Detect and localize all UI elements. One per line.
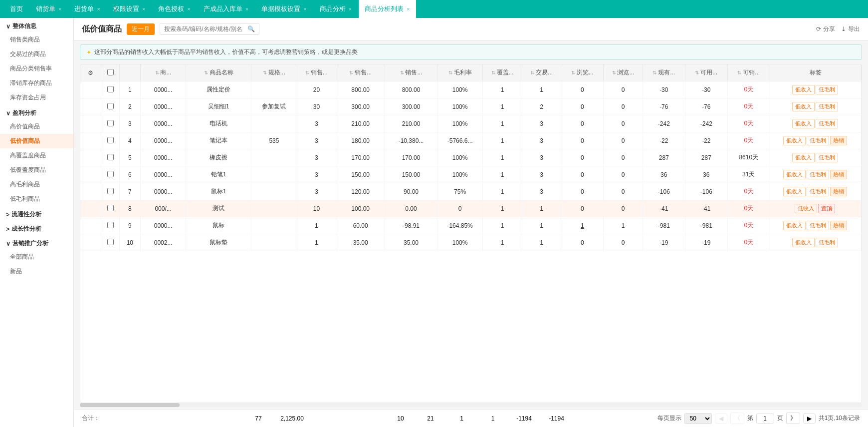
nav-sales-close[interactable]: ×	[58, 6, 61, 12]
nav-purchase[interactable]: 进货单 ×	[68, 0, 106, 18]
export-button[interactable]: ⤓ 导出	[841, 25, 860, 33]
nav-role[interactable]: 角色授权 ×	[152, 0, 196, 18]
nav-goods-list-close[interactable]: ×	[407, 6, 410, 12]
th-sales3[interactable]: 销售...	[385, 64, 437, 81]
sidebar-item-high-coverage[interactable]: 高覆盖度商品	[0, 148, 73, 163]
browse-link[interactable]: 0	[581, 171, 584, 178]
th-trade[interactable]: 交易...	[522, 64, 561, 81]
sidebar-group-profit[interactable]: ∨ 盈利分析	[0, 105, 73, 119]
browse-link[interactable]: 0	[581, 239, 584, 246]
browse-link[interactable]: 0	[581, 103, 584, 110]
row-checkbox[interactable]	[107, 137, 114, 143]
sidebar-item-low-coverage[interactable]: 低覆盖度商品	[0, 163, 73, 177]
browse-link[interactable]: 0	[581, 205, 584, 212]
browse-link[interactable]: 1	[581, 222, 584, 229]
last-page-btn[interactable]: ▶	[803, 414, 816, 424]
sidebar-item-sales-goods[interactable]: 销售类商品	[0, 32, 73, 47]
share-button[interactable]: ⟳ 分享	[816, 25, 835, 33]
td-checkbox[interactable]	[101, 200, 120, 217]
th-sales2[interactable]: 销售...	[336, 64, 385, 81]
search-icon[interactable]: 🔍	[247, 25, 255, 32]
sidebar-item-slow-stock[interactable]: 滞销库存的商品	[0, 76, 73, 90]
nav-sales[interactable]: 销货单 ×	[30, 0, 67, 18]
th-checkbox[interactable]	[101, 64, 120, 81]
sidebar-item-new-goods[interactable]: 新品	[0, 264, 73, 279]
sidebar-item-capital[interactable]: 库存资金占用	[0, 90, 73, 105]
nav-goods-analysis-close[interactable]: ×	[349, 6, 352, 12]
td-browse1[interactable]: 0	[561, 98, 604, 115]
scrollbar-thumb[interactable]	[80, 403, 180, 407]
th-available[interactable]: 可用...	[685, 64, 727, 81]
th-stock[interactable]: 现有...	[643, 64, 685, 81]
td-browse1[interactable]: 0	[561, 81, 604, 98]
prev-page-btn[interactable]: 《	[730, 413, 744, 424]
sidebar-item-high-value[interactable]: 高价值商品	[0, 119, 73, 134]
filter-button[interactable]: 近一月	[127, 23, 155, 35]
td-browse1[interactable]: 1	[561, 217, 604, 234]
select-all-checkbox[interactable]	[107, 69, 114, 75]
sidebar-item-traded[interactable]: 交易过的商品	[0, 47, 73, 61]
td-browse1[interactable]: 0	[561, 234, 604, 251]
td-checkbox[interactable]	[101, 98, 120, 115]
sidebar-item-low-margin[interactable]: 低毛利商品	[0, 192, 73, 206]
row-checkbox[interactable]	[107, 103, 114, 109]
td-checkbox[interactable]	[101, 217, 120, 234]
td-checkbox[interactable]	[101, 166, 120, 183]
sidebar-group-circulation[interactable]: > 流通性分析	[0, 206, 73, 221]
td-browse1[interactable]: 0	[561, 200, 604, 217]
td-checkbox[interactable]	[101, 115, 120, 132]
sidebar-group-growth[interactable]: > 成长性分析	[0, 221, 73, 235]
sidebar-group-overall[interactable]: ∨ 整体信息	[0, 18, 73, 32]
th-margin[interactable]: 毛利率	[437, 64, 483, 81]
sidebar-item-all-goods[interactable]: 全部商品	[0, 250, 73, 264]
td-checkbox[interactable]	[101, 183, 120, 200]
current-page-input[interactable]	[756, 414, 774, 424]
td-checkbox[interactable]	[101, 149, 120, 166]
horizontal-scrollbar[interactable]	[80, 403, 862, 407]
first-page-btn[interactable]: ◀	[715, 414, 727, 424]
td-checkbox[interactable]	[101, 132, 120, 149]
td-browse1[interactable]: 0	[561, 115, 604, 132]
th-browse1[interactable]: 浏览...	[561, 64, 604, 81]
browse-link[interactable]: 0	[581, 120, 584, 127]
nav-template[interactable]: 单据模板设置 ×	[255, 0, 312, 18]
td-browse1[interactable]: 0	[561, 166, 604, 183]
th-browse2[interactable]: 浏览...	[604, 64, 643, 81]
next-page-btn[interactable]: 》	[786, 413, 800, 424]
nav-auth-close[interactable]: ×	[142, 6, 145, 12]
th-code[interactable]: 商...	[140, 64, 186, 81]
row-checkbox[interactable]	[107, 171, 114, 177]
td-checkbox[interactable]	[101, 234, 120, 251]
td-checkbox[interactable]	[101, 81, 120, 98]
nav-goods-analysis[interactable]: 商品分析 ×	[314, 0, 358, 18]
browse-link[interactable]: 0	[581, 86, 584, 93]
td-browse1[interactable]: 0	[561, 132, 604, 149]
sidebar-item-low-value[interactable]: 低价值商品	[0, 134, 73, 148]
th-saleable[interactable]: 可销...	[727, 64, 770, 81]
browse-link[interactable]: 0	[581, 188, 584, 195]
th-settings[interactable]: ⚙	[80, 64, 101, 81]
browse-link[interactable]: 0	[581, 154, 584, 161]
nav-role-close[interactable]: ×	[187, 6, 190, 12]
row-checkbox[interactable]	[107, 239, 114, 245]
nav-template-close[interactable]: ×	[303, 6, 306, 12]
td-browse1[interactable]: 0	[561, 183, 604, 200]
row-checkbox[interactable]	[107, 222, 114, 228]
nav-product-in[interactable]: 产成品入库单 ×	[198, 0, 254, 18]
th-spec[interactable]: 规格...	[251, 64, 297, 81]
sidebar-item-high-margin[interactable]: 高毛利商品	[0, 177, 73, 192]
sidebar-group-marketing[interactable]: ∨ 营销推广分析	[0, 235, 73, 250]
nav-home[interactable]: 首页	[4, 0, 29, 18]
td-browse1[interactable]: 0	[561, 149, 604, 166]
row-checkbox[interactable]	[107, 188, 114, 194]
nav-auth[interactable]: 权限设置 ×	[107, 0, 151, 18]
row-checkbox[interactable]	[107, 154, 114, 160]
row-checkbox[interactable]	[107, 120, 114, 126]
search-input[interactable]	[164, 25, 245, 32]
th-sales1[interactable]: 销售...	[297, 64, 336, 81]
table-wrapper[interactable]: ⚙ 商... 商品名称 规格... 销售... 销售... 销售... 毛利率 …	[80, 64, 862, 403]
row-checkbox[interactable]	[107, 86, 114, 92]
browse-link[interactable]: 0	[581, 137, 584, 144]
th-coverage[interactable]: 覆盖...	[483, 64, 522, 81]
sidebar-item-category-rate[interactable]: 商品分类销售率	[0, 61, 73, 76]
